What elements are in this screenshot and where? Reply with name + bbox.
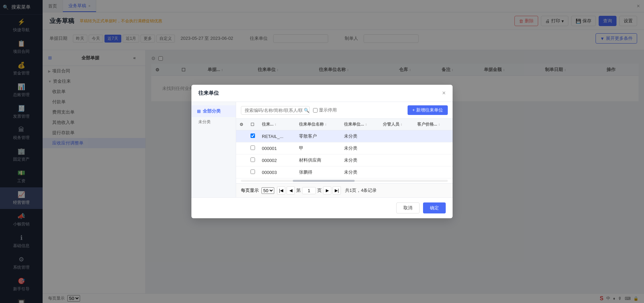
modal-row-4[interactable]: 000003 张鹏得 未分类 bbox=[236, 166, 453, 178]
modal-toolbar: 🔍 显示停用 + 新增往来单位 bbox=[236, 102, 453, 119]
pagination: |◀ ◀ 第 页 ▶ ▶| 共1页，4条记录 bbox=[277, 186, 377, 195]
modal-table-wrap: ⚙ ☐ 往来... ↕ 往来单位名称 ↕ 往来单位... ↕ 分管人员 ↕ 客户… bbox=[236, 119, 453, 178]
modal-scrollbar[interactable] bbox=[241, 180, 448, 182]
modal-close-button[interactable]: × bbox=[442, 90, 446, 97]
modal-footer-bar: 每页显示 50 |◀ ◀ 第 页 ▶ ▶| 共1页，4条记录 bbox=[236, 183, 453, 197]
cancel-button[interactable]: 取消 bbox=[396, 202, 420, 213]
modal-row-2-name: 甲 bbox=[296, 142, 341, 154]
modal-row-2-code: 000001 bbox=[258, 142, 296, 154]
modal-sidebar-unclassified[interactable]: 未分类 bbox=[191, 117, 236, 127]
modal-row-4-settings bbox=[236, 166, 247, 178]
modal-col-name: 往来单位名称 ↕ bbox=[296, 119, 341, 130]
modal-row-4-name: 张鹏得 bbox=[296, 166, 341, 178]
page-label: 第 bbox=[296, 187, 301, 194]
modal-row-4-checkbox[interactable] bbox=[247, 166, 258, 178]
modal-row-3-category: 未分类 bbox=[341, 154, 379, 166]
show-disabled-checkbox[interactable] bbox=[313, 108, 318, 113]
page-next-button[interactable]: ▶ bbox=[323, 186, 331, 195]
counterparty-modal: 往来单位 × ⊞ 全部分类 未分类 🔍 bbox=[191, 85, 453, 218]
modal-row-3[interactable]: 000002 材料供应商 未分类 bbox=[236, 154, 453, 166]
modal-scrollbar-thumb bbox=[293, 180, 355, 182]
modal-row-1-settings bbox=[236, 130, 247, 142]
modal-row-4-code: 000003 bbox=[258, 166, 296, 178]
modal-row-1-code: RETAIL_... bbox=[258, 130, 296, 142]
modal-row-2-price bbox=[414, 142, 453, 154]
modal-main: 🔍 显示停用 + 新增往来单位 ⚙ ☐ bbox=[236, 102, 453, 197]
modal-row-1-checkbox[interactable] bbox=[247, 130, 258, 142]
modal-row-3-name: 材料供应商 bbox=[296, 154, 341, 166]
modal-row-1-manager bbox=[379, 130, 414, 142]
modal-col-settings: ⚙ bbox=[236, 119, 247, 130]
modal-table-header: ⚙ ☐ 往来... ↕ 往来单位名称 ↕ 往来单位... ↕ 分管人员 ↕ 客户… bbox=[236, 119, 453, 130]
modal-row-2-manager bbox=[379, 142, 414, 154]
modal-title: 往来单位 bbox=[198, 90, 219, 96]
search-input[interactable] bbox=[245, 108, 302, 113]
modal-row-1[interactable]: RETAIL_... 零散客户 未分类 bbox=[236, 130, 453, 142]
page-first-button[interactable]: |◀ bbox=[277, 186, 285, 195]
modal-sidebar: ⊞ 全部分类 未分类 bbox=[191, 102, 236, 197]
modal-row-4-price bbox=[414, 166, 453, 178]
modal-header: 往来单位 × bbox=[191, 85, 453, 102]
modal-table: ⚙ ☐ 往来... ↕ 往来单位名称 ↕ 往来单位... ↕ 分管人员 ↕ 客户… bbox=[236, 119, 453, 178]
per-page-select[interactable]: 50 bbox=[262, 187, 274, 194]
modal-row-2-checkbox[interactable] bbox=[247, 142, 258, 154]
modal-col-category: 往来单位... ↕ bbox=[341, 119, 379, 130]
confirm-button[interactable]: 确定 bbox=[423, 202, 446, 213]
modal-row-1-name: 零散客户 bbox=[296, 130, 341, 142]
modal-col-manager: 分管人员 ↕ bbox=[379, 119, 414, 130]
show-disabled-label: 显示停用 bbox=[313, 107, 337, 113]
modal-row-3-code: 000002 bbox=[258, 154, 296, 166]
modal-row-1-category: 未分类 bbox=[341, 130, 379, 142]
search-icon: 🔍 bbox=[304, 108, 309, 113]
modal-row-3-settings bbox=[236, 154, 247, 166]
page-unit: 页 bbox=[317, 187, 322, 194]
search-input-container: 🔍 bbox=[241, 106, 310, 115]
modal-row-3-checkbox[interactable] bbox=[247, 154, 258, 166]
page-prev-button[interactable]: ◀ bbox=[287, 186, 295, 195]
page-input[interactable] bbox=[302, 187, 316, 194]
modal-row-2-settings bbox=[236, 142, 247, 154]
modal-row-3-manager bbox=[379, 154, 414, 166]
modal-col-code: 往来... ↕ bbox=[258, 119, 296, 130]
modal-sidebar-all[interactable]: ⊞ 全部分类 bbox=[191, 105, 236, 117]
modal-row-4-category: 未分类 bbox=[341, 166, 379, 178]
modal-overlay[interactable]: 往来单位 × ⊞ 全部分类 未分类 🔍 bbox=[0, 0, 644, 303]
page-last-button[interactable]: ▶| bbox=[333, 186, 341, 195]
modal-table-body: RETAIL_... 零散客户 未分类 000001 甲 bbox=[236, 130, 453, 178]
modal-body: ⊞ 全部分类 未分类 🔍 显示停用 bbox=[191, 102, 453, 197]
modal-actions: 取消 确定 bbox=[191, 197, 453, 218]
modal-col-checkbox: ☐ bbox=[247, 119, 258, 130]
modal-row-2[interactable]: 000001 甲 未分类 bbox=[236, 142, 453, 154]
modal-row-3-price bbox=[414, 154, 453, 166]
modal-row-1-price bbox=[414, 130, 453, 142]
modal-row-4-manager bbox=[379, 166, 414, 178]
grid-icon: ⊞ bbox=[197, 109, 201, 114]
total-text: 共1页，4条记录 bbox=[345, 187, 377, 194]
per-page-label: 每页显示 bbox=[241, 187, 259, 194]
add-counterparty-button[interactable]: + 新增往来单位 bbox=[408, 105, 448, 115]
modal-col-price: 客户价格... ↕ bbox=[414, 119, 453, 130]
modal-row-2-category: 未分类 bbox=[341, 142, 379, 154]
